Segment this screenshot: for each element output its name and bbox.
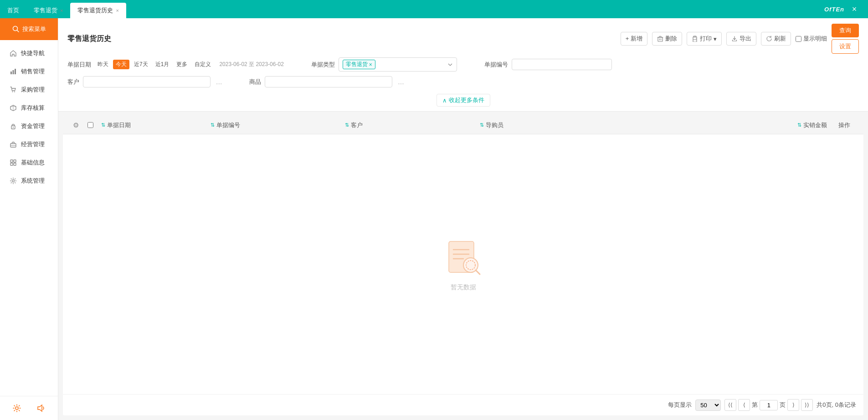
filter-section: 单据日期 昨天 今天 近7天 近1月 更多 自定义 2023-06-02 至 2… [58,57,868,111]
svg-rect-13 [10,160,13,162]
refresh-label: 刷新 [774,35,786,43]
th-customer[interactable]: ⇅ 客户 [341,121,476,129]
last-page-button[interactable]: ⟩⟩ [801,399,813,411]
toolbar: + 新增 删除 打印 ▾ 导出 [621,24,859,54]
tab-retail-return-history-close[interactable]: × [116,8,118,13]
page-size-select[interactable]: 20 50 100 [695,400,721,411]
window-close-button[interactable]: × [848,3,861,15]
delete-icon [657,36,663,42]
export-label: 导出 [740,35,751,43]
filter-customer-item: 客户 ... [67,76,222,87]
refresh-icon [766,36,772,42]
sidebar-item-system-mgmt[interactable]: 系统管理 [2,172,56,190]
prev-page-button[interactable]: ⟨ [738,399,750,411]
th-date-label: 单据日期 [107,121,131,129]
sidebar-search[interactable]: 搜索菜单 [0,18,58,40]
th-guide-icon: ⇅ [480,122,484,128]
th-settings[interactable]: ⚙ [68,121,83,129]
th-date-icon: ⇅ [101,122,105,128]
page-word: 第 [752,401,758,409]
table-header: ⚙ ⇅ 单据日期 ⇅ 单据编号 ⇅ 客户 ⇅ [63,116,863,134]
th-customer-icon: ⇅ [345,122,349,128]
show-detail-checkbox-label[interactable]: 显示明细 [796,35,827,43]
page-number-input[interactable] [760,400,778,410]
collapse-up-icon: ∧ [442,97,447,104]
settings-bottom-icon[interactable] [10,401,24,415]
svg-line-1 [17,31,19,32]
sidebar-item-sales-mgmt[interactable]: 销售管理 [2,63,56,80]
volume-icon[interactable] [34,401,48,415]
chart-icon [9,67,17,76]
customer-dots[interactable]: ... [216,78,222,86]
th-ops: 操作 [831,121,858,129]
sidebar-item-inventory[interactable]: 库存核算 [2,99,56,117]
sidebar-item-purchase-mgmt[interactable]: 采购管理 [2,81,56,98]
collapse-label: 收起更多条件 [449,96,484,104]
refresh-button[interactable]: 刷新 [761,32,791,46]
show-detail-label: 显示明细 [803,35,827,43]
type-tag-close[interactable]: × [369,61,372,68]
collapse-button[interactable]: ∧ 收起更多条件 [437,94,490,107]
date-btn-more[interactable]: 更多 [174,60,190,69]
type-filter-select[interactable]: 零售退货 × [339,57,457,72]
svg-rect-4 [15,69,16,74]
sidebar-item-finance[interactable]: 资金管理 [2,118,56,135]
query-button[interactable]: 查询 [832,24,859,37]
sidebar-item-operations[interactable]: 经营管理 [2,136,56,153]
svg-point-10 [13,127,14,128]
date-btn-custom[interactable]: 自定义 [192,60,214,69]
tab-retail-return-history[interactable]: 零售退货历史 × [70,3,126,18]
th-guide[interactable]: ⇅ 导购员 [476,121,738,129]
top-bar: 首页 零售退货 × 零售退货历史 × OfTEn × [0,0,868,18]
sidebar-item-basic-info[interactable]: 基础信息 [2,154,56,171]
th-amount[interactable]: ⇅ 实销金额 [739,121,831,129]
sidebar-item-inventory-label: 库存核算 [21,104,45,112]
th-number[interactable]: ⇅ 单据编号 [207,121,342,129]
tab-retail-return[interactable]: 零售退货 × [26,3,70,18]
svg-rect-3 [13,70,14,74]
date-btn-1month[interactable]: 近1月 [153,60,172,69]
grid-icon [9,159,17,167]
new-label: + 新增 [626,35,642,43]
select-all-checkbox[interactable] [87,122,93,128]
date-btn-today[interactable]: 今天 [113,60,129,69]
tab-home-label: 首页 [7,6,19,15]
sidebar-item-quick-nav[interactable]: 快捷导航 [2,45,56,62]
svg-rect-2 [10,72,12,74]
filter-type-item: 单据类型 零售退货 × [311,57,457,72]
svg-rect-14 [14,160,16,162]
total-info: 共0页, 0条记录 [817,401,856,409]
page-size-label: 每页显示 [668,401,692,409]
tab-home[interactable]: 首页 [0,3,26,18]
number-filter-label: 单据编号 [484,61,508,69]
new-button[interactable]: + 新增 [621,32,647,46]
th-date[interactable]: ⇅ 单据日期 [98,121,207,129]
home-icon [9,49,17,57]
empty-text: 暂无数据 [451,283,476,292]
number-filter-input[interactable] [512,59,612,70]
print-icon [692,36,698,42]
settings-button[interactable]: 设置 [832,39,859,54]
delete-button[interactable]: 删除 [652,32,682,46]
customer-filter-input[interactable] [83,76,211,87]
tab-retail-return-close[interactable]: × [60,8,63,13]
goods-filter-input[interactable] [265,76,392,87]
sidebar-item-basic-info-label: 基础信息 [21,159,45,167]
export-button[interactable]: 导出 [726,32,756,46]
print-button[interactable]: 打印 ▾ [687,32,722,46]
type-filter-label: 单据类型 [311,61,335,69]
first-page-button[interactable]: ⟨⟨ [724,399,736,411]
goods-dots[interactable]: ... [398,78,404,86]
sidebar-item-purchase-label: 采购管理 [21,86,45,94]
type-dropdown-icon [447,62,453,67]
type-filter-tag: 零售退货 × [343,60,375,69]
show-detail-checkbox[interactable] [796,36,801,42]
next-page-button[interactable]: ⟩ [787,399,799,411]
date-btn-7days[interactable]: 近7天 [131,60,151,69]
shopping-icon [9,86,17,94]
th-number-icon: ⇅ [211,122,215,128]
svg-rect-15 [10,163,13,165]
sidebar-item-finance-label: 资金管理 [21,122,45,130]
th-checkbox[interactable] [83,122,98,128]
date-btn-yesterday[interactable]: 昨天 [95,60,111,69]
